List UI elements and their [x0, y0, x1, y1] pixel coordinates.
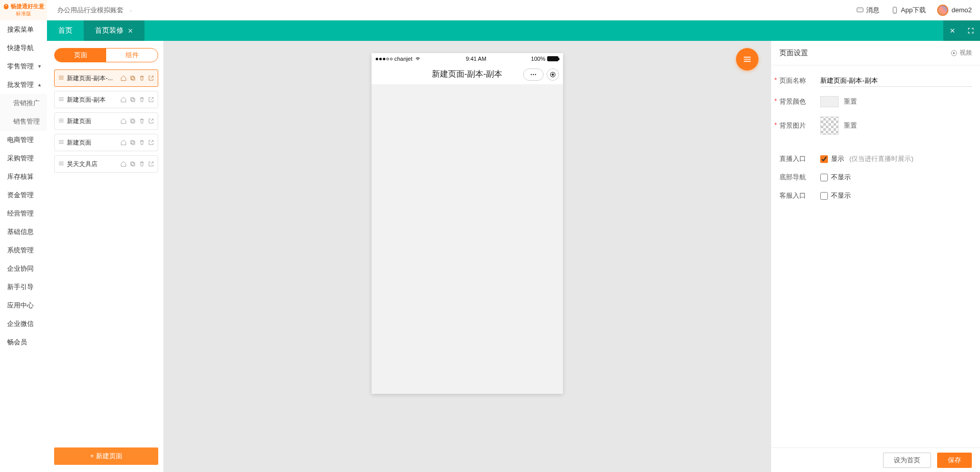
sidebar-item-5[interactable]: 销售管理 — [0, 112, 47, 131]
svg-rect-4 — [131, 76, 134, 79]
sidebar-item-label: 系统管理 — [7, 246, 34, 255]
page-row[interactable]: 昊天文具店 — [54, 155, 158, 173]
sidebar: 搜索菜单快捷导航零售管理▼批发管理▲营销推广销售管理电商管理采购管理库存核算资金… — [0, 20, 47, 472]
tab-label: 首页装修 — [95, 26, 124, 35]
sidebar-item-label: 采购管理 — [7, 154, 34, 163]
copy-icon[interactable] — [129, 139, 136, 146]
tab-0[interactable]: 首页 — [47, 20, 84, 41]
delete-icon[interactable] — [138, 160, 145, 168]
messages-link[interactable]: 消息 — [856, 6, 879, 15]
settings-title: 页面设置 — [779, 49, 808, 58]
page-name-input[interactable] — [820, 75, 972, 87]
page-row[interactable]: 新建页面-副本 — [54, 91, 158, 108]
user-label: demo2 — [951, 6, 972, 14]
lp-tab-page[interactable]: 页面 — [55, 49, 106, 62]
tab-close-icon[interactable]: ✕ — [128, 27, 133, 35]
sidebar-item-11[interactable]: 基础信息 — [0, 223, 47, 241]
page-name: 新建页面 — [67, 117, 118, 126]
tab-label: 首页 — [58, 26, 72, 35]
service-checkbox[interactable]: 不显示 — [820, 191, 851, 200]
page-row[interactable]: 新建页面-副本-... — [54, 69, 158, 87]
sidebar-item-16[interactable]: 企业微信 — [0, 315, 47, 333]
account-label: 办公用品行业模拟账套 — [57, 6, 124, 15]
link-icon[interactable] — [148, 117, 155, 125]
copy-icon[interactable] — [129, 160, 136, 168]
chat-icon — [856, 6, 864, 14]
bgimg-swatch[interactable] — [820, 116, 839, 135]
lp-tab-component[interactable]: 组件 — [106, 49, 158, 62]
sidebar-item-4[interactable]: 营销推广 — [0, 94, 47, 112]
sidebar-item-label: 搜索菜单 — [7, 25, 34, 34]
sidebar-item-2[interactable]: 零售管理▼ — [0, 57, 47, 76]
link-icon[interactable] — [148, 75, 155, 82]
phone-body[interactable] — [372, 85, 563, 394]
bgimg-reset[interactable]: 重置 — [844, 121, 857, 130]
status-time: 9:41 AM — [465, 56, 486, 62]
save-button[interactable]: 保存 — [937, 453, 972, 468]
field-label-name: 页面名称 — [779, 76, 820, 85]
video-help-link[interactable]: 视频 — [950, 49, 972, 57]
phone-navbar: 新建页面-副本-副本 — [372, 64, 563, 85]
account-selector[interactable]: 办公用品行业模拟账套 ⌄ — [57, 6, 133, 15]
sidebar-item-6[interactable]: 电商管理 — [0, 131, 47, 149]
sidebar-item-7[interactable]: 采购管理 — [0, 149, 47, 168]
toggle-left-panel-button[interactable] — [736, 48, 758, 70]
tab-1[interactable]: 首页装修✕ — [84, 20, 144, 41]
bgcolor-reset[interactable]: 重置 — [844, 97, 857, 106]
home-icon[interactable] — [120, 75, 127, 82]
sidebar-item-3[interactable]: 批发管理▲ — [0, 76, 47, 94]
sidebar-item-0[interactable]: 搜索菜单 — [0, 20, 47, 39]
home-icon[interactable] — [120, 160, 127, 168]
sidebar-item-9[interactable]: 资金管理 — [0, 186, 47, 204]
field-label-bottomnav: 底部导航 — [779, 173, 820, 182]
phone-icon — [891, 6, 899, 14]
bgcolor-swatch[interactable] — [820, 96, 839, 107]
svg-rect-9 — [132, 141, 135, 145]
link-icon[interactable] — [148, 96, 155, 103]
sidebar-item-10[interactable]: 经营管理 — [0, 204, 47, 223]
caret-icon: ▼ — [37, 64, 42, 69]
live-checkbox[interactable]: 显示 (仅当进行直播时展示) — [820, 154, 914, 163]
page-row[interactable]: 新建页面 — [54, 134, 158, 151]
page-name: 新建页面 — [67, 138, 118, 147]
delete-icon[interactable] — [138, 117, 145, 125]
home-icon[interactable] — [120, 117, 127, 125]
link-icon[interactable] — [148, 139, 155, 146]
home-icon[interactable] — [120, 139, 127, 146]
sidebar-item-label: 基础信息 — [7, 227, 34, 237]
copy-icon[interactable] — [129, 117, 136, 125]
sidebar-item-12[interactable]: 系统管理 — [0, 241, 47, 259]
drag-icon[interactable] — [58, 117, 65, 126]
delete-icon[interactable] — [138, 75, 145, 82]
sidebar-item-15[interactable]: 应用中心 — [0, 296, 47, 315]
drag-icon[interactable] — [58, 138, 65, 147]
sidebar-item-1[interactable]: 快捷导航 — [0, 39, 47, 57]
settings-panel: 页面设置 视频 页面名称 背景颜色 重置 — [771, 41, 980, 472]
link-icon[interactable] — [148, 160, 155, 168]
service-label: 不显示 — [831, 191, 851, 200]
delete-icon[interactable] — [138, 139, 145, 146]
sidebar-item-17[interactable]: 畅会员 — [0, 333, 47, 351]
sidebar-item-8[interactable]: 库存核算 — [0, 168, 47, 186]
drag-icon[interactable] — [58, 160, 65, 169]
sidebar-item-13[interactable]: 企业协同 — [0, 259, 47, 278]
carrier-label: chanjet — [395, 56, 412, 62]
page-row[interactable]: 新建页面 — [54, 112, 158, 130]
set-home-button[interactable]: 设为首页 — [883, 453, 931, 468]
tabbar-close-button[interactable] — [943, 20, 962, 41]
logo[interactable]: 畅捷通好生意 标准版 — [0, 0, 47, 20]
sidebar-item-label: 销售管理 — [13, 117, 40, 126]
drag-icon[interactable] — [58, 74, 65, 83]
delete-icon[interactable] — [138, 96, 145, 103]
page-name: 新建页面-副本 — [67, 96, 118, 104]
user-menu[interactable]: demo2 — [937, 5, 972, 16]
copy-icon[interactable] — [129, 96, 136, 103]
home-icon[interactable] — [120, 96, 127, 103]
sidebar-item-14[interactable]: 新手引导 — [0, 278, 47, 296]
copy-icon[interactable] — [129, 75, 136, 82]
drag-icon[interactable] — [58, 96, 65, 104]
app-download-link[interactable]: App下载 — [891, 6, 926, 15]
tabbar-fullscreen-button[interactable] — [962, 20, 980, 41]
bottomnav-checkbox[interactable]: 不显示 — [820, 173, 851, 182]
new-page-button[interactable]: + 新建页面 — [54, 447, 158, 465]
